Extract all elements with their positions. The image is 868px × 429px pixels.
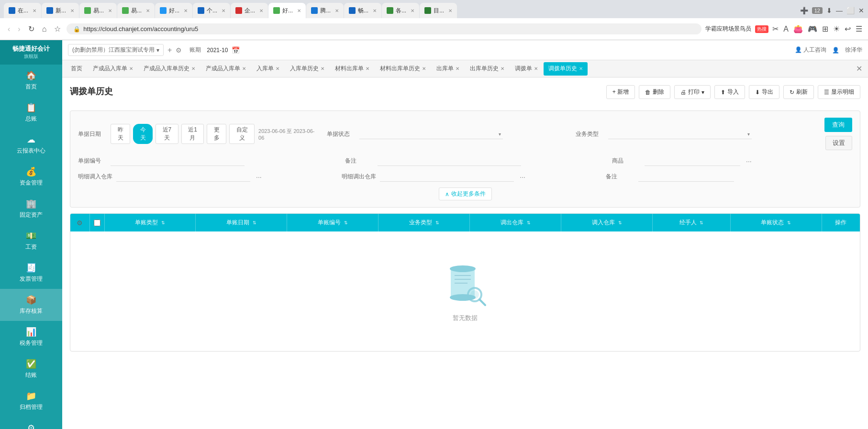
company-selector[interactable]: (勿删勿禁用）江西服宝测试专用 ▾	[68, 44, 164, 56]
note-input[interactable]	[378, 156, 521, 166]
sidebar-item-inventory[interactable]: 📦 库存核算	[0, 289, 62, 321]
sidebar-item-invoice[interactable]: 🧾 发票管理	[0, 257, 62, 289]
sidebar-logo[interactable]: 畅捷通好会计 旗舰版	[0, 40, 62, 65]
page-tab-9-close[interactable]: ✕	[501, 66, 504, 71]
page-tab-2-close[interactable]: ✕	[191, 66, 195, 71]
page-tab-6[interactable]: 材料出库单 ✕	[330, 62, 374, 76]
tab-close-11[interactable]: ✕	[448, 8, 452, 13]
th-status[interactable]: 单账状态 ⇅	[730, 214, 822, 231]
sidebar-item-assets[interactable]: 🏢 固定资产	[0, 193, 62, 225]
tab-close-2[interactable]: ✕	[108, 8, 112, 13]
refresh-data-btn[interactable]: ↻ 刷新	[783, 85, 814, 99]
goods-input[interactable]	[645, 156, 740, 166]
number-input[interactable]	[111, 156, 245, 166]
import-btn[interactable]: ⬆ 导入	[714, 85, 745, 99]
page-tab-4-close[interactable]: ✕	[276, 66, 279, 71]
game-icon[interactable]: 🎮	[808, 24, 817, 33]
th-check[interactable]	[89, 214, 104, 231]
page-tab-11[interactable]: 调拨单历史 ✕	[544, 62, 588, 76]
goods-picker-btn[interactable]: ···	[746, 157, 752, 165]
filter-settings-btn[interactable]: 设置	[825, 136, 852, 150]
th-settings[interactable]: ⚙	[70, 214, 89, 231]
browser-tab-9[interactable]: 畅... ✕	[344, 3, 381, 18]
note2-input[interactable]	[638, 172, 734, 182]
date-btn-custom[interactable]: 自定义	[229, 124, 255, 144]
browser-tab-7[interactable]: 好... ✕	[268, 3, 306, 18]
page-tab-10-close[interactable]: ✕	[534, 66, 538, 71]
date-btn-yesterday[interactable]: 昨天	[111, 124, 130, 144]
theme-icon[interactable]: ☀	[833, 24, 840, 33]
biztype-select[interactable]	[608, 129, 752, 139]
page-tab-8-close[interactable]: ✕	[456, 66, 459, 71]
sidebar-item-home[interactable]: 🏠 首页	[0, 65, 62, 97]
th-number[interactable]: 单账编号 ⇅	[287, 214, 378, 231]
page-tab-home[interactable]: 首页	[66, 62, 87, 76]
bookmark-btn[interactable]: ☆	[52, 22, 63, 35]
date-btn-1month[interactable]: 近1月	[181, 124, 204, 144]
page-tab-10[interactable]: 调拨单 ✕	[510, 62, 543, 76]
sidebar-item-tax[interactable]: 📊 税务管理	[0, 321, 62, 353]
add-btn[interactable]: + 新增	[606, 85, 635, 99]
collapse-btn[interactable]: ∧ 收起更多条件	[439, 187, 492, 200]
page-tab-4[interactable]: 入库单 ✕	[252, 62, 284, 76]
th-handler[interactable]: 经手人 ⇅	[653, 214, 730, 231]
translate-icon[interactable]: A	[783, 25, 789, 33]
menu-icon[interactable]: ☰	[856, 24, 862, 33]
new-tab-btn[interactable]: ➕	[800, 7, 808, 14]
tab-close-5[interactable]: ✕	[222, 8, 225, 13]
warehouse-in-input[interactable]	[116, 172, 250, 182]
page-tab-8[interactable]: 出库单 ✕	[432, 62, 464, 76]
page-tab-3-close[interactable]: ✕	[242, 66, 246, 71]
user-avatar[interactable]: 👤	[832, 47, 839, 54]
tab-close-6[interactable]: ✕	[259, 8, 263, 13]
page-tab-1[interactable]: 产成品入库单 ✕	[88, 62, 138, 76]
page-tab-7-close[interactable]: ✕	[422, 66, 426, 71]
display-btn[interactable]: ☰ 显示明细	[818, 85, 860, 99]
page-tab-9[interactable]: 出库单历史 ✕	[465, 62, 509, 76]
browser-tab-10[interactable]: 各... ✕	[382, 3, 419, 18]
tab-close-9[interactable]: ✕	[373, 8, 377, 13]
consult-btn[interactable]: 👤 人工咨询	[795, 46, 826, 54]
browser-tab-11[interactable]: 目... ✕	[420, 3, 457, 18]
back-btn[interactable]: ‹	[6, 23, 12, 35]
sidebar-item-closing[interactable]: ✅ 结账	[0, 353, 62, 385]
tab-close-3[interactable]: ✕	[146, 8, 150, 13]
date-btn-today[interactable]: 今天	[133, 124, 153, 144]
page-tab-3[interactable]: 产成品入库单 ✕	[201, 62, 251, 76]
date-btn-more[interactable]: 更多	[207, 124, 226, 144]
th-out-warehouse[interactable]: 调出仓库 ⇅	[470, 214, 561, 231]
tab-close-1[interactable]: ✕	[70, 8, 74, 13]
tab-close-8[interactable]: ✕	[335, 8, 339, 13]
browser-tab-2[interactable]: 易... ✕	[79, 3, 117, 18]
undo-icon[interactable]: ↩	[845, 24, 851, 33]
print-btn[interactable]: 🖨 打印 ▾	[674, 85, 711, 99]
browser-tab-4[interactable]: 好... ✕	[155, 3, 192, 18]
sidebar-item-settings[interactable]: ⚙ 基础设置	[0, 417, 62, 429]
page-tab-7[interactable]: 材料出库单历史 ✕	[375, 62, 431, 76]
date-btn-7days[interactable]: 近7天	[156, 124, 178, 144]
warehouse-in-picker-btn[interactable]: ···	[256, 173, 262, 181]
warehouse-out-picker-btn[interactable]: ···	[520, 173, 525, 181]
close-window-icon[interactable]: ✕	[858, 7, 864, 14]
close-all-tabs-btn[interactable]: ✕	[854, 62, 864, 75]
browser-tab-0[interactable]: 在... ✕	[4, 3, 41, 18]
company-settings-icon[interactable]: ⚙	[176, 46, 182, 54]
th-in-warehouse[interactable]: 调入仓库 ⇅	[561, 214, 653, 231]
minimize-icon[interactable]: —	[836, 7, 843, 14]
th-biztype[interactable]: 业务类型 ⇅	[378, 214, 470, 231]
tab-close-0[interactable]: ✕	[33, 8, 36, 13]
select-all-checkbox[interactable]	[94, 220, 100, 226]
browser-tab-8[interactable]: 腾... ✕	[306, 3, 344, 18]
url-box[interactable]: 🔒 https://cloud.chanjet.com/accounting/u…	[67, 23, 701, 34]
grid-icon[interactable]: ⊞	[822, 24, 828, 33]
column-settings-icon[interactable]: ⚙	[74, 219, 86, 227]
calendar-icon[interactable]: 📅	[232, 46, 240, 54]
browser-tab-3[interactable]: 易... ✕	[117, 3, 155, 18]
page-tab-6-close[interactable]: ✕	[366, 66, 369, 71]
page-tab-11-close[interactable]: ✕	[579, 66, 583, 71]
wallet-icon[interactable]: 👛	[793, 24, 803, 33]
page-tab-2[interactable]: 产成品入库单历史 ✕	[139, 62, 200, 76]
page-tab-5-close[interactable]: ✕	[321, 66, 324, 71]
refresh-btn[interactable]: ↻	[26, 22, 36, 35]
home-btn[interactable]: ⌂	[40, 23, 49, 35]
